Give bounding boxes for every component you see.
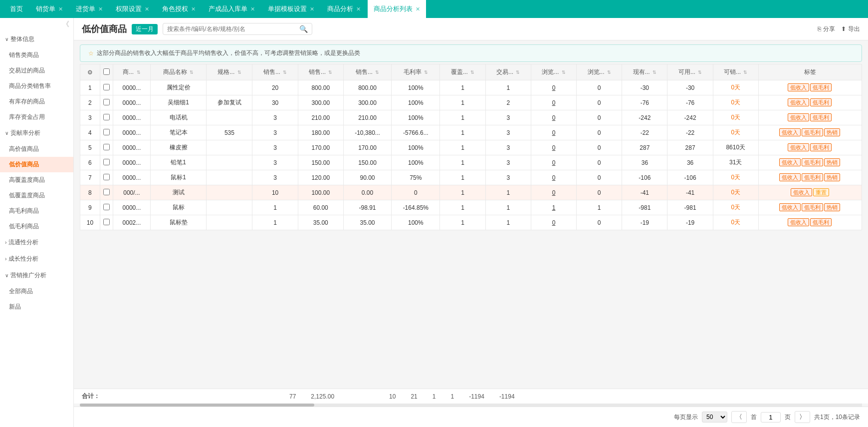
nav-role[interactable]: 角色授权✕ [156,0,202,18]
th-margin[interactable]: 毛利率 ⇅ [392,64,440,80]
nav-home[interactable]: 首页 [4,0,29,18]
page-input[interactable] [761,412,781,423]
section-arrow-flow: › [5,240,6,245]
search-box[interactable]: 🔍 [163,23,312,35]
th-stock[interactable]: 现有... ⇅ [622,64,667,80]
table-row: 3 0000... 电话机 3 210.00 210.00 100% 1 3 0… [80,110,862,125]
sidebar-item-high-coverage[interactable]: 高覆盖度商品 [0,172,73,188]
sidebar-item-low-value[interactable]: 低价值商品 [0,157,73,172]
sidebar-item-stock-goods[interactable]: 有库存的商品 [0,94,73,109]
row-browse1[interactable]: 0 [531,95,576,110]
row-checkbox[interactable] [100,200,113,215]
collapse-sidebar-btn[interactable]: 《 [62,20,69,29]
export-button[interactable]: ⬆ 导出 [841,25,860,33]
row-browse1[interactable]: 0 [531,185,576,200]
select-all-checkbox[interactable] [103,68,110,75]
row-browse1[interactable]: 0 [531,155,576,170]
row-browse1[interactable]: 1 [531,200,576,215]
row-browse1[interactable]: 0 [531,80,576,95]
th-browse2[interactable]: 浏览... ⇅ [577,64,622,80]
period-tag[interactable]: 近一月 [132,24,158,34]
th-sales-amt[interactable]: 销售... ⇅ [298,64,343,80]
sidebar-item-sales-goods[interactable]: 销售类商品 [0,47,73,63]
nav-instock[interactable]: 产成品入库单✕ [203,0,261,18]
close-instock-icon[interactable]: ✕ [250,6,255,12]
nav-template[interactable]: 单据模板设置✕ [262,0,320,18]
table-container[interactable]: ⚙ 商... ⇅ 商品名称 ⇅ 规格... ⇅ 销售... ⇅ 销售... ⇅ … [74,64,868,389]
th-sales-qty[interactable]: 销售... ⇅ [252,64,298,80]
sidebar-item-high-value[interactable]: 高价值商品 [0,141,73,157]
row-checkbox[interactable] [100,140,113,155]
sidebar-item-high-margin[interactable]: 高毛利商品 [0,203,73,219]
row-checkbox[interactable] [100,125,113,140]
nav-sales[interactable]: 销货单✕ [30,0,69,18]
close-sales-icon[interactable]: ✕ [58,6,63,12]
search-input[interactable] [167,25,299,32]
first-page-btn[interactable]: 〈 [731,411,747,423]
row-select-checkbox[interactable] [103,189,110,195]
row-select-checkbox[interactable] [103,114,110,120]
next-page-btn[interactable]: 〉 [795,411,810,423]
sidebar-item-category-rate[interactable]: 商品分类销售率 [0,78,73,94]
sidebar-item-traded-goods[interactable]: 交易过的商品 [0,63,73,78]
row-browse1[interactable]: 0 [531,140,576,155]
row-checkbox[interactable] [100,215,113,230]
nav-goods-analysis[interactable]: 商品分析✕ [321,0,367,18]
row-code: 0000... [113,125,150,140]
row-select-checkbox[interactable] [103,159,110,165]
th-sales-profit[interactable]: 销售... ⇅ [343,64,391,80]
th-trans[interactable]: 交易... ⇅ [485,64,531,80]
row-stock: -242 [622,110,667,125]
row-checkbox[interactable] [100,185,113,200]
sidebar-section-flow[interactable]: › 流通性分析 [0,234,73,251]
row-checkbox[interactable] [100,95,113,110]
row-select-checkbox[interactable] [103,129,110,135]
sidebar-section-overall[interactable]: ∨ 整体信息 [0,31,73,47]
th-settings[interactable]: ⚙ [80,64,100,80]
sidebar-section-marketing[interactable]: ∨ 营销推广分析 [0,267,73,284]
share-button[interactable]: ⎘ 分享 [818,25,835,33]
row-checkbox[interactable] [100,80,113,95]
header-actions: ⎘ 分享 ⬆ 导出 [818,25,860,33]
th-browse1[interactable]: 浏览... ⇅ [531,64,576,80]
row-select-checkbox[interactable] [103,204,110,210]
row-browse1[interactable]: 0 [531,125,576,140]
row-select-checkbox[interactable] [103,174,110,180]
row-select-checkbox[interactable] [103,219,110,225]
sidebar-item-low-coverage[interactable]: 低覆盖度商品 [0,188,73,203]
nav-purchase[interactable]: 进货单✕ [70,0,109,18]
th-name[interactable]: 商品名称 ⇅ [150,64,206,80]
row-browse1[interactable]: 0 [531,110,576,125]
nav-permission[interactable]: 权限设置✕ [110,0,155,18]
sidebar-item-all-goods[interactable]: 全部商品 [0,284,73,299]
row-select-checkbox[interactable] [103,99,110,105]
row-browse1[interactable]: 0 [531,215,576,230]
close-purchase-icon[interactable]: ✕ [98,6,103,12]
table-row: 2 0000... 吴细细1 参加复试 30 300.00 300.00 100… [80,95,862,110]
row-select-checkbox[interactable] [103,84,110,90]
row-checkbox[interactable] [100,170,113,185]
row-browse1[interactable]: 0 [531,170,576,185]
th-code[interactable]: 商... ⇅ [113,64,150,80]
close-role-icon[interactable]: ✕ [191,6,196,12]
close-permission-icon[interactable]: ✕ [145,6,149,12]
close-goods-list-icon[interactable]: ✕ [416,6,420,12]
th-spec[interactable]: 规格... ⇅ [207,64,252,80]
th-avail[interactable]: 可用... ⇅ [667,64,713,80]
row-checkbox[interactable] [100,110,113,125]
close-goods-analysis-icon[interactable]: ✕ [356,6,361,12]
sidebar-item-low-margin[interactable]: 低毛利商品 [0,219,73,234]
sidebar-item-stock-fund[interactable]: 库存资金占用 [0,109,73,125]
close-template-icon[interactable]: ✕ [310,6,314,12]
nav-goods-list[interactable]: 商品分析列表✕ [368,0,426,18]
search-icon[interactable]: 🔍 [299,25,308,33]
th-coverage[interactable]: 覆盖... ⇅ [440,64,485,80]
sidebar-section-contribution[interactable]: ∨ 贡献率分析 [0,125,73,141]
row-qty: 1 [252,200,298,215]
sidebar-section-growth[interactable]: › 成长性分析 [0,251,73,267]
per-page-select[interactable]: 50 100 200 [702,412,727,423]
th-sellable[interactable]: 可销... ⇅ [713,64,758,80]
row-checkbox[interactable] [100,155,113,170]
sidebar-item-new-goods[interactable]: 新品 [0,299,73,315]
row-select-checkbox[interactable] [103,144,110,150]
